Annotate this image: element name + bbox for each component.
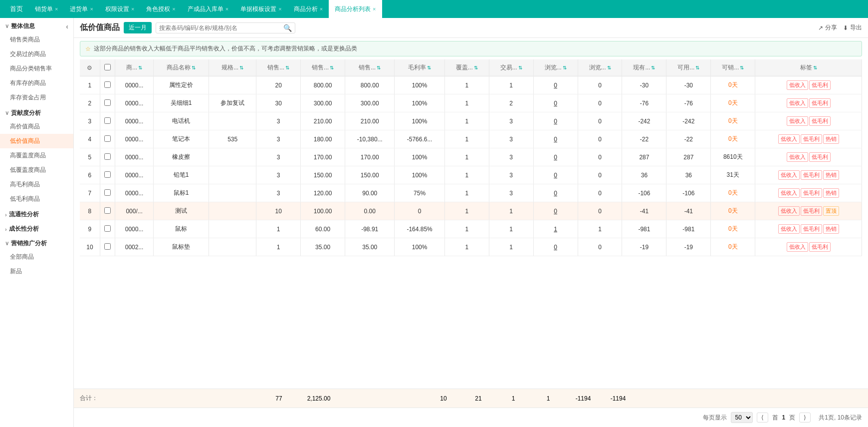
nav-roles[interactable]: 角色授权× xyxy=(140,0,181,18)
cell-browse1[interactable]: 0 xyxy=(533,130,578,148)
sidebar-item-high-coverage[interactable]: 高覆盖度商品 xyxy=(0,148,73,163)
row-checkbox[interactable] xyxy=(104,171,111,178)
sidebar-group-growth[interactable]: › 成长性分析 xyxy=(0,221,73,235)
cell-checkbox[interactable] xyxy=(100,166,115,184)
table-row: 1 0000... 属性定价 20 800.00 800.00 100% 1 1… xyxy=(80,76,862,94)
search-icon[interactable]: 🔍 xyxy=(283,24,292,32)
col-avail: 可用...⇅ xyxy=(666,59,711,76)
sidebar-item-stock-products[interactable]: 有库存的商品 xyxy=(0,76,73,90)
cell-cover: 1 xyxy=(444,94,489,112)
row-checkbox[interactable] xyxy=(104,207,111,214)
cell-trade: 1 xyxy=(489,76,533,94)
sidebar-item-low-margin[interactable]: 低毛利商品 xyxy=(0,192,73,206)
cell-avail: 36 xyxy=(666,166,711,184)
sidebar-group-circulation[interactable]: › 流通性分析 xyxy=(0,206,73,221)
page-title: 低价值商品 xyxy=(80,22,120,33)
sidebar-item-sales-products[interactable]: 销售类商品 xyxy=(0,32,73,47)
cell-spec xyxy=(209,148,256,166)
cell-checkbox[interactable] xyxy=(100,94,115,112)
top-nav: 首页 销货单× 进货单× 权限设置× 角色授权× 产成品入库单× 单据模板设置×… xyxy=(0,0,868,18)
summary-cover: 10 xyxy=(426,395,461,402)
sidebar-item-all-products[interactable]: 全部商品 xyxy=(0,250,73,264)
row-checkbox[interactable] xyxy=(104,135,111,142)
tag: 低毛利 xyxy=(801,134,822,144)
cell-current: -22 xyxy=(622,130,666,148)
sidebar-group-overview[interactable]: ∨ 整体信息 ‹ xyxy=(0,18,73,32)
nav-template[interactable]: 单据模板设置× xyxy=(234,0,287,18)
sidebar-item-low-coverage[interactable]: 低覆盖度商品 xyxy=(0,163,73,177)
first-page-button[interactable]: ⟨ xyxy=(757,413,768,423)
cell-sales3: 170.00 xyxy=(345,148,395,166)
cell-browse1[interactable]: 0 xyxy=(533,238,578,256)
cell-browse1[interactable]: 0 xyxy=(533,166,578,184)
row-checkbox[interactable] xyxy=(104,243,111,250)
nav-home[interactable]: 首页 xyxy=(4,0,29,18)
export-button[interactable]: ⬇ 导出 xyxy=(843,23,862,32)
cell-checkbox[interactable] xyxy=(100,76,115,94)
select-all-checkbox[interactable] xyxy=(104,64,111,70)
cell-avail: -19 xyxy=(666,238,711,256)
period-button[interactable]: 近一月 xyxy=(124,22,152,33)
cell-browse1[interactable]: 0 xyxy=(533,148,578,166)
cell-checkbox[interactable] xyxy=(100,184,115,202)
cell-sellable: 0天 xyxy=(711,202,755,220)
cell-avail: -22 xyxy=(666,130,711,148)
nav-purchase[interactable]: 进货单× xyxy=(64,0,99,18)
col-trade: 交易...⇅ xyxy=(489,59,533,76)
nav-product-analysis-list[interactable]: 商品分析列表× xyxy=(329,0,382,18)
sidebar-item-stock-capital[interactable]: 库存资金占用 xyxy=(0,90,73,105)
cell-spec: 参加复试 xyxy=(209,94,256,112)
cell-browse1[interactable]: 1 xyxy=(533,220,578,238)
sidebar-group-contribution[interactable]: ∨ 贡献度分析 xyxy=(0,105,73,119)
cell-checkbox[interactable] xyxy=(100,238,115,256)
content-area: 低价值商品 近一月 🔍 ↗ 分享 ⬇ 导出 ☆ 这部分商品的销售收入大幅低于商品… xyxy=(74,18,868,427)
row-checkbox[interactable] xyxy=(104,81,111,88)
cell-checkbox[interactable] xyxy=(100,130,115,148)
summary-sales1: 77 xyxy=(261,395,296,402)
search-input[interactable] xyxy=(159,24,283,31)
cell-current: -30 xyxy=(622,76,666,94)
nav-products-in[interactable]: 产成品入库单× xyxy=(182,0,234,18)
cell-sales2: 300.00 xyxy=(301,94,345,112)
cell-sellable: 0天 xyxy=(711,220,755,238)
next-page-button[interactable]: ⟩ xyxy=(799,413,811,423)
sidebar-group-marketing[interactable]: ∨ 营销推广分析 xyxy=(0,235,73,250)
row-checkbox[interactable] xyxy=(104,117,111,124)
cell-trade: 1 xyxy=(489,238,533,256)
cell-sales3: 90.00 xyxy=(345,184,395,202)
table-row: 9 0000... 鼠标 1 60.00 -98.91 -164.85% 1 1… xyxy=(80,220,862,238)
sidebar-item-low-value[interactable]: 低价值商品 xyxy=(0,134,73,148)
summary-sales2: 2,125.00 xyxy=(296,395,341,402)
sidebar-item-new-products[interactable]: 新品 xyxy=(0,264,73,279)
nav-permissions[interactable]: 权限设置× xyxy=(99,0,140,18)
share-button[interactable]: ↗ 分享 xyxy=(818,23,837,32)
nav-sales[interactable]: 销货单× xyxy=(29,0,64,18)
row-checkbox[interactable] xyxy=(104,153,111,160)
cell-browse1[interactable]: 0 xyxy=(533,184,578,202)
col-sales1: 销售...⇅ xyxy=(256,59,301,76)
cell-browse1[interactable]: 0 xyxy=(533,76,578,94)
sidebar-item-category-sales-rate[interactable]: 商品分类销售率 xyxy=(0,61,73,76)
cell-checkbox[interactable] xyxy=(100,148,115,166)
row-checkbox[interactable] xyxy=(104,189,111,196)
cell-browse1[interactable]: 0 xyxy=(533,112,578,130)
sidebar-item-traded-products[interactable]: 交易过的商品 xyxy=(0,47,73,61)
cell-checkbox[interactable] xyxy=(100,220,115,238)
col-sales3: 销售...⇅ xyxy=(345,59,395,76)
current-page: 1 xyxy=(782,414,786,421)
cell-index: 4 xyxy=(80,130,100,148)
row-checkbox[interactable] xyxy=(104,225,111,232)
cell-checkbox[interactable] xyxy=(100,202,115,220)
info-text: 这部分商品的销售收入大幅低于商品平均销售收入，价值不高，可考虑调整营销策略，或是… xyxy=(94,44,357,53)
sidebar-item-high-margin[interactable]: 高毛利商品 xyxy=(0,177,73,192)
cell-sales2: 60.00 xyxy=(301,220,345,238)
cell-browse1[interactable]: 0 xyxy=(533,202,578,220)
summary-avail: -1194 xyxy=(601,395,636,402)
nav-product-analysis[interactable]: 商品分析× xyxy=(288,0,329,18)
per-page-select[interactable]: 50 xyxy=(731,412,753,423)
col-settings[interactable]: ⚙ xyxy=(80,59,100,76)
cell-checkbox[interactable] xyxy=(100,112,115,130)
sidebar-item-high-value[interactable]: 高价值商品 xyxy=(0,119,73,134)
row-checkbox[interactable] xyxy=(104,99,111,106)
cell-browse1[interactable]: 0 xyxy=(533,94,578,112)
